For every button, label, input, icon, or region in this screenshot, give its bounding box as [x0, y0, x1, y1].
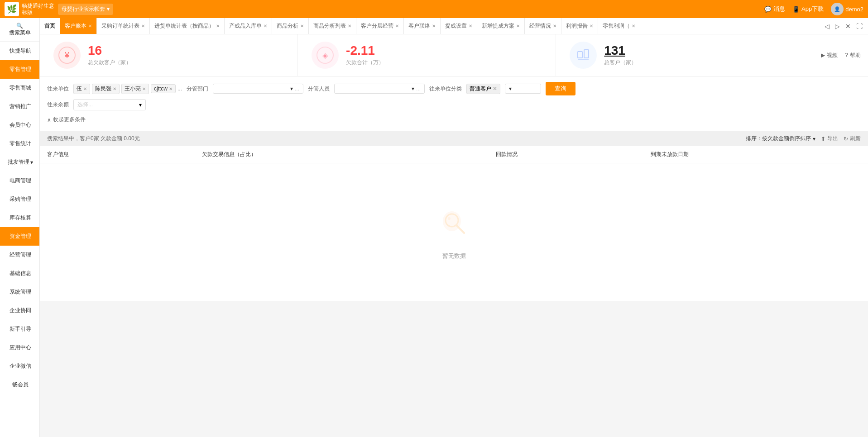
results-actions: 排序：按欠款金额倒序排序 ▾ ⬆ 导出 ↻ 刷新: [746, 135, 861, 142]
tab-nav-right[interactable]: ▷: [833, 22, 842, 31]
account-dropdown[interactable]: 母婴行业演示帐套 ▾: [58, 4, 113, 15]
debit-customers-value: 16: [88, 44, 131, 57]
person-filter-select[interactable]: ▾ ...: [334, 84, 425, 94]
total-customers-icon: [570, 42, 597, 69]
tab-customer-account[interactable]: 客户账本 ✕: [60, 18, 97, 34]
tab-close-icon[interactable]: ✕: [88, 24, 92, 28]
sidebar-item-vip[interactable]: 畅会员: [0, 375, 39, 394]
filter-more-tags[interactable]: ...: [177, 86, 182, 92]
data-table: 客户信息 欠款交易信息（占比） 回款情况 到期未放款日期: [40, 146, 868, 301]
tab-close-icon[interactable]: ✕: [395, 24, 399, 28]
tab-product-inbound[interactable]: 产成品入库单 ✕: [225, 18, 272, 34]
tab-purchase-order[interactable]: 采购订单统计表 ✕: [97, 18, 150, 34]
sidebar-item-system[interactable]: 系统管理: [0, 283, 39, 301]
remove-unit-class[interactable]: ✕: [493, 86, 497, 92]
tab-customer-contact[interactable]: 客户联络 ✕: [404, 18, 441, 34]
chevron-down-icon: ▾: [290, 86, 293, 92]
sidebar-item-operations[interactable]: 经营管理: [0, 246, 39, 264]
tab-retail-profit[interactable]: 零售利润（ ✕: [598, 18, 640, 34]
col-debit-info: 欠款交易信息（占比）: [195, 146, 489, 163]
sidebar-item-app-center[interactable]: 应用中心: [0, 338, 39, 357]
tab-close-icon[interactable]: ✕: [469, 24, 472, 28]
remove-tag-wu[interactable]: ✕: [83, 86, 87, 91]
refresh-button[interactable]: ↻ 刷新: [844, 135, 861, 142]
message-button[interactable]: 💬 消息: [764, 5, 785, 13]
tab-profit-report[interactable]: 利润报告 ✕: [561, 18, 598, 34]
sidebar-item-wechat[interactable]: 企业微信: [0, 357, 39, 375]
logo-icon: 🌿: [5, 2, 19, 16]
tab-close-icon[interactable]: ✕: [141, 24, 145, 28]
tab-operation-status[interactable]: 经营情况 ✕: [525, 18, 561, 34]
sidebar-item-retail-stats[interactable]: 零售统计: [0, 134, 39, 153]
unit-class-dropdown[interactable]: ▾: [505, 84, 541, 94]
export-button[interactable]: ⬆ 导出: [821, 135, 838, 142]
tab-close-icon[interactable]: ✕: [632, 24, 635, 28]
sidebar-item-ecommerce[interactable]: 电商管理: [0, 171, 39, 190]
svg-line-9: [456, 225, 464, 233]
remove-tag-wang[interactable]: ✕: [142, 86, 146, 91]
tab-close-icon[interactable]: ✕: [432, 24, 436, 28]
tab-close-icon[interactable]: ✕: [216, 24, 220, 28]
filter-row-2: 往来余额 选择... ▾: [47, 99, 861, 110]
tab-nav-left[interactable]: ◁: [823, 22, 831, 31]
user-profile[interactable]: 👤 demo2: [831, 3, 863, 15]
tab-close-icon[interactable]: ✕: [516, 24, 520, 28]
sidebar-item-member[interactable]: 会员中心: [0, 116, 39, 134]
tab-close-icon[interactable]: ✕: [264, 24, 267, 28]
filter-tag-cjttcw: cjttcw ✕: [151, 84, 176, 93]
remove-tag-chen[interactable]: ✕: [113, 86, 116, 91]
tab-close-icon[interactable]: ✕: [300, 24, 304, 28]
tab-product-analysis[interactable]: 商品分析 ✕: [272, 18, 309, 34]
tab-inbound-stats[interactable]: 进货单统计表（按商品） ✕: [150, 18, 225, 34]
debit-customers-icon: ¥: [53, 42, 81, 69]
sidebar-search[interactable]: 🔍 搜索菜单: [0, 18, 39, 42]
debit-total-icon: ◈: [312, 42, 339, 69]
empty-state: 暂无数据: [47, 168, 861, 296]
tab-close-icon[interactable]: ✕: [348, 24, 351, 28]
sidebar-item-retail[interactable]: 零售管理: [0, 60, 39, 79]
collapse-row: ∧ 收起更多条件: [47, 114, 861, 125]
query-button[interactable]: 查询: [546, 82, 575, 95]
sidebar-item-quick-nav[interactable]: 快捷导航: [0, 42, 39, 60]
debit-total-info: -2.11 欠款合计（万）: [346, 44, 384, 66]
video-help-button[interactable]: ▶ 视频: [821, 52, 838, 59]
tab-close-icon[interactable]: ✕: [590, 24, 593, 28]
tab-customer-segment[interactable]: 客户分层经营 ✕: [356, 18, 404, 34]
tab-close-all[interactable]: ✕: [844, 22, 853, 31]
sidebar-item-enterprise[interactable]: 企业协同: [0, 301, 39, 320]
tab-home[interactable]: 首页: [40, 18, 60, 34]
sort-select[interactable]: 排序：按欠款金额倒序排序 ▾: [746, 135, 815, 142]
sidebar-item-basic-info[interactable]: 基础信息: [0, 264, 39, 283]
sidebar-item-new-user[interactable]: 新手引导: [0, 320, 39, 338]
chevron-down-icon: ▾: [509, 86, 512, 92]
tab-promotion-settings[interactable]: 提成设置 ✕: [441, 18, 477, 34]
chevron-down-icon: ▾: [30, 159, 33, 166]
tab-fullscreen[interactable]: ⛶: [854, 22, 864, 31]
debit-customers-label: 总欠款客户（家）: [88, 59, 131, 66]
sidebar-item-inventory[interactable]: 库存核算: [0, 209, 39, 227]
dept-filter-select[interactable]: ▾ ...: [213, 84, 303, 94]
collapse-button[interactable]: ∧ 收起更多条件: [47, 116, 861, 124]
total-customers-value: 131: [604, 44, 637, 57]
unit-class-filter-label: 往来单位分类: [429, 85, 462, 93]
balance-filter-label: 往来余额: [47, 101, 69, 109]
unit-filter-tags: 伍 ✕ 陈民强 ✕ 王小亮 ✕ cjttcw ✕: [73, 84, 182, 94]
stat-debit-total: ◈ -2.11 欠款合计（万）: [298, 34, 556, 76]
app-download-button[interactable]: 📱 App下载: [792, 5, 824, 13]
main-layout: 🔍 搜索菜单 快捷导航 零售管理 零售商城 营销推广 会员中心 零售统计 批发管…: [0, 18, 868, 437]
sidebar-item-wholesale[interactable]: 批发管理 ▾: [0, 153, 39, 171]
sidebar-item-finance[interactable]: 资金管理: [0, 227, 39, 246]
tab-close-icon[interactable]: ✕: [553, 24, 556, 28]
debit-customers-info: 16 总欠款客户（家）: [88, 44, 131, 66]
tab-new-achievement[interactable]: 新增提成方案 ✕: [477, 18, 525, 34]
svg-rect-4: [578, 52, 582, 58]
balance-filter-select[interactable]: 选择... ▾: [73, 99, 146, 110]
sidebar-item-marketing[interactable]: 营销推广: [0, 97, 39, 116]
person-filter-label: 分管人员: [308, 85, 330, 93]
sidebar-item-retail-mall[interactable]: 零售商城: [0, 79, 39, 97]
filter-row-1: 往来单位 伍 ✕ 陈民强 ✕ 王小亮 ✕: [47, 82, 861, 95]
help-button[interactable]: ? 帮助: [845, 52, 861, 59]
sidebar-item-purchase[interactable]: 采购管理: [0, 190, 39, 209]
tab-product-analysis-list[interactable]: 商品分析列表 ✕: [309, 18, 356, 34]
remove-tag-cjttcw[interactable]: ✕: [169, 86, 173, 91]
